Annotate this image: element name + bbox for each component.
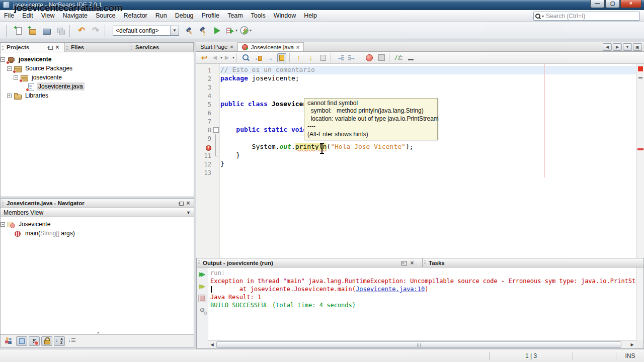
debug-button[interactable]: ▾: [225, 24, 238, 37]
navigator-item[interactable]: main(String[] args): [1, 229, 194, 238]
chevron-down-icon[interactable]: ▾: [250, 28, 252, 33]
code-line-11[interactable]: }: [220, 151, 636, 160]
menu-refactor[interactable]: Refactor: [120, 10, 151, 22]
gutter-row[interactable]: 1: [196, 66, 219, 74]
static-filter-button[interactable]: [29, 336, 40, 346]
stop-run-button[interactable]: [198, 294, 207, 303]
non-public-filter-button[interactable]: [41, 336, 52, 346]
code-line-2[interactable]: package josevicente;: [220, 74, 636, 83]
open-project-button[interactable]: [40, 24, 53, 37]
code-lines[interactable]: // Esto es un comentariopackage josevice…: [220, 64, 636, 258]
forward-button[interactable]: ▾: [223, 53, 234, 63]
find-button[interactable]: [240, 53, 251, 63]
undo-button[interactable]: [75, 24, 88, 37]
sort-source-filter-button[interactable]: [66, 336, 77, 346]
next-bookmark-button[interactable]: [305, 53, 316, 63]
gutter-row[interactable]: 9: [196, 134, 219, 143]
error-stripe[interactable]: [636, 64, 644, 258]
minimize-window-icon[interactable]: [401, 260, 408, 266]
pause-button[interactable]: [376, 53, 387, 63]
gutter-row[interactable]: 5: [196, 100, 219, 109]
fold-marker[interactable]: [213, 151, 219, 160]
splitter-grip-icon[interactable]: ▾: [97, 330, 99, 335]
uncomment-button[interactable]: [405, 53, 416, 63]
tab-services[interactable]: Services: [129, 43, 194, 52]
fold-marker[interactable]: [213, 143, 219, 151]
gutter-row[interactable]: 11: [196, 151, 219, 160]
find-prev-button[interactable]: [252, 53, 263, 63]
highlight-button[interactable]: [276, 53, 287, 63]
sort-alpha-filter-button[interactable]: [54, 336, 65, 346]
scroll-left-arrow-icon[interactable]: ◀: [208, 341, 216, 348]
opened-list-button[interactable]: ▼: [623, 43, 632, 51]
gutter-row[interactable]: 13: [196, 168, 219, 177]
prev-bookmark-button[interactable]: [293, 53, 304, 63]
scroll-left-button[interactable]: ◀: [603, 43, 612, 51]
fold-marker[interactable]: [213, 126, 219, 134]
build-button[interactable]: [183, 24, 196, 37]
close-x-icon[interactable]: [54, 44, 60, 50]
search-icon[interactable]: [534, 13, 542, 20]
profile-button[interactable]: ▾: [239, 24, 252, 37]
tree-row[interactable]: Josevicente.java: [1, 82, 194, 91]
close-button[interactable]: ×: [620, 0, 641, 8]
clean-build-button[interactable]: [197, 24, 210, 37]
menu-tools[interactable]: Tools: [247, 10, 270, 22]
tree-row[interactable]: −josevicente: [1, 55, 194, 64]
error-glyph-icon[interactable]: !: [206, 145, 211, 151]
menu-profile[interactable]: Profile: [198, 10, 223, 22]
code-line-13[interactable]: [220, 168, 636, 177]
redo-button[interactable]: [89, 24, 102, 37]
members-view-select[interactable]: Members View ▼: [1, 208, 194, 217]
menu-run[interactable]: Run: [151, 10, 171, 22]
output-horizontal-scrollbar[interactable]: ◀ ▶: [208, 340, 636, 348]
navigator-header[interactable]: Josevicente.java - Navigator: [1, 199, 194, 208]
output-console[interactable]: run:Exception in thread "main" java.lang…: [208, 267, 636, 340]
new-file-button[interactable]: [12, 24, 25, 37]
error-stripe-global-mark[interactable]: [638, 66, 643, 71]
maximize-button[interactable]: ▢: [605, 0, 620, 8]
gutter-row[interactable]: 8: [196, 126, 219, 134]
code-line-1[interactable]: // Esto es un comentario: [220, 66, 636, 74]
doc-tab-start-page[interactable]: Start Page×: [196, 42, 238, 51]
menu-team[interactable]: Team: [223, 10, 247, 22]
chevron-down-icon[interactable]: ▾: [232, 55, 234, 60]
gutter-row[interactable]: 6: [196, 109, 219, 117]
gutter-row[interactable]: 12: [196, 160, 219, 168]
close-tab-icon[interactable]: ×: [296, 44, 299, 50]
inherited-filter-button[interactable]: [16, 336, 27, 346]
code-line-10[interactable]: System.out.printyln("Hola Jose Vicente")…: [220, 143, 636, 151]
rerun-button[interactable]: [198, 269, 207, 279]
chevron-down-icon[interactable]: ▼: [170, 26, 179, 35]
gutter-row[interactable]: 7: [196, 117, 219, 126]
run-button[interactable]: [211, 24, 224, 37]
maximize-editor-button[interactable]: ▣: [633, 43, 642, 51]
close-panel-icon[interactable]: [185, 200, 191, 206]
navigator-item[interactable]: −Josevicente: [1, 220, 194, 229]
stack-trace-link[interactable]: Josevicente.java:10: [356, 286, 425, 293]
collapse-icon[interactable]: −: [7, 66, 12, 71]
output-header[interactable]: Output - josevicente (run) Tasks: [197, 258, 643, 267]
scrollbar-thumb[interactable]: [216, 341, 621, 348]
tab-files[interactable]: Files: [65, 43, 129, 52]
editor-gutter[interactable]: 123456789!111213: [196, 64, 220, 258]
new-project-button[interactable]: [26, 24, 39, 37]
dock-icon[interactable]: [47, 44, 53, 50]
search-input[interactable]: ▾ Search (Ctrl+I): [533, 12, 640, 21]
error-stripe-error-mark[interactable]: [637, 148, 643, 150]
expand-icon[interactable]: +: [7, 94, 12, 98]
search-dropdown-icon[interactable]: ▾: [542, 14, 544, 19]
close-window-icon[interactable]: [409, 260, 415, 266]
shift-left-button[interactable]: [335, 53, 346, 63]
tab-projects[interactable]: Projects: [1, 43, 65, 52]
menu-help[interactable]: Help: [300, 10, 321, 22]
gutter-row[interactable]: 4: [196, 92, 219, 100]
fold-marker[interactable]: [213, 134, 219, 143]
config-select[interactable]: <default config>▼: [113, 26, 179, 36]
tree-row[interactable]: +Libraries: [1, 91, 194, 100]
tree-row[interactable]: −Source Packages: [1, 64, 194, 73]
minimize-panel-icon[interactable]: [178, 200, 184, 206]
toggle-bookmark-button[interactable]: [317, 53, 329, 63]
error-stripe-caret-mark[interactable]: [638, 77, 642, 78]
collapse-icon[interactable]: −: [1, 222, 5, 227]
